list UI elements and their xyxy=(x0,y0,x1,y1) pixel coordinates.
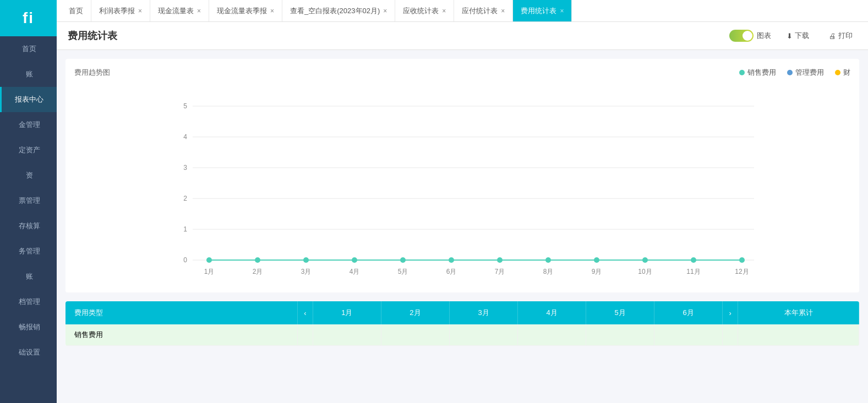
legend-dot-admin xyxy=(787,70,793,75)
chart-dot-12 xyxy=(739,257,745,263)
svg-text:2: 2 xyxy=(183,195,187,202)
table-cell-sales-feb xyxy=(381,324,449,346)
svg-text:3: 3 xyxy=(183,164,187,172)
svg-text:11月: 11月 xyxy=(686,268,700,275)
svg-text:7月: 7月 xyxy=(495,268,505,275)
chart-dot-4 xyxy=(352,257,357,263)
chart-dot-2 xyxy=(255,257,260,263)
svg-text:3月: 3月 xyxy=(301,268,312,275)
chart-dot-5 xyxy=(400,257,406,263)
table-cell-sales-nav2 xyxy=(723,324,738,346)
tab-close-cashflow-quarterly[interactable]: × xyxy=(270,7,274,15)
table-cell-sales-nav xyxy=(297,324,313,346)
chart-svg-wrap: 5 4 3 2 1 0 1月 2月 3月 4月 5月 6月 7月 8月 9月 xyxy=(74,84,850,284)
main-area: 首页 利润表季报 × 现金流量表 × 现金流量表季报 × 查看_空白报表(202… xyxy=(57,0,868,403)
legend-dot-finance xyxy=(835,70,840,75)
chart-header: 费用趋势图 销售费用 管理费用 财 xyxy=(74,68,850,78)
tab-blank-report[interactable]: 查看_空白报表(2023年02月) × xyxy=(282,0,395,22)
tab-close-blank-report[interactable]: × xyxy=(383,7,387,15)
legend-label-finance: 财 xyxy=(843,68,850,78)
legend-label-sales: 销售费用 xyxy=(747,68,776,78)
chart-dot-11 xyxy=(691,257,696,263)
table-cell-sales-mar xyxy=(449,324,517,346)
svg-text:9月: 9月 xyxy=(592,268,602,275)
chart-legend: 销售费用 管理费用 财 xyxy=(739,68,850,78)
print-button[interactable]: 🖨 打印 xyxy=(825,29,857,43)
tab-close-profit-quarterly[interactable]: × xyxy=(138,7,142,15)
tab-payable[interactable]: 应付统计表 × xyxy=(454,0,513,22)
sidebar-item-ledger[interactable]: 账 xyxy=(0,264,57,289)
svg-text:10月: 10月 xyxy=(638,268,652,275)
table-header-jun: 6月 xyxy=(654,301,723,324)
sidebar-item-capital[interactable]: 资 xyxy=(0,163,57,188)
content-area: 费用趋势图 销售费用 管理费用 财 xyxy=(57,50,868,403)
chart-toggle-wrap[interactable]: 图表 xyxy=(729,30,771,42)
sidebar-item-reports[interactable]: 报表中心 xyxy=(0,87,57,112)
sidebar-logo: fi xyxy=(0,0,57,36)
tab-home[interactable]: 首页 xyxy=(61,0,91,22)
table-header-type: 费用类型 xyxy=(65,301,297,324)
legend-dot-sales xyxy=(739,70,745,75)
chart-dot-8 xyxy=(545,257,551,263)
download-button[interactable]: ⬇ 下载 xyxy=(782,29,814,43)
tab-close-payable[interactable]: × xyxy=(501,7,505,15)
table-cell-sales-apr xyxy=(518,324,586,346)
chart-card: 费用趋势图 销售费用 管理费用 财 xyxy=(65,59,859,292)
print-label: 打印 xyxy=(838,31,853,41)
tab-close-receivable[interactable]: × xyxy=(442,7,446,15)
tab-cashflow[interactable]: 现金流量表 × xyxy=(150,0,209,22)
tab-bar: 首页 利润表季报 × 现金流量表 × 现金流量表季报 × 查看_空白报表(202… xyxy=(57,0,868,22)
sidebar-item-business[interactable]: 务管理 xyxy=(0,239,57,264)
sidebar-item-archive[interactable]: 档管理 xyxy=(0,289,57,314)
table-row-sales: 销售费用 xyxy=(65,324,859,346)
sidebar-item-expense[interactable]: 畅报销 xyxy=(0,314,57,340)
download-icon: ⬇ xyxy=(787,32,793,40)
data-table: 费用类型 ‹ 1月 2月 3月 4月 5月 6月 › 本年累计 销售费用 xyxy=(65,301,859,346)
table-nav-next[interactable]: › xyxy=(723,301,738,324)
toggle-label: 图表 xyxy=(757,31,771,41)
page-header: 费用统计表 图表 ⬇ 下载 🖨 打印 xyxy=(57,22,868,50)
sidebar-item-settings[interactable]: 础设置 xyxy=(0,340,57,365)
tab-receivable[interactable]: 应收统计表 × xyxy=(395,0,454,22)
chart-dot-9 xyxy=(594,257,599,263)
sidebar-item-inventory[interactable]: 存核算 xyxy=(0,213,57,239)
toggle-knob xyxy=(743,31,752,41)
download-label: 下载 xyxy=(795,31,809,41)
header-actions: 图表 ⬇ 下载 🖨 打印 xyxy=(729,29,857,43)
sidebar-item-account[interactable]: 账 xyxy=(0,62,57,87)
svg-text:1: 1 xyxy=(183,225,187,233)
tab-expenses[interactable]: 费用统计表 × xyxy=(513,0,572,22)
table-cell-sales-may xyxy=(586,324,654,346)
sidebar-item-home[interactable]: 首页 xyxy=(0,36,57,62)
svg-text:5月: 5月 xyxy=(398,268,408,275)
tab-profit-quarterly[interactable]: 利润表季报 × xyxy=(91,0,150,22)
print-icon: 🖨 xyxy=(829,32,836,40)
tab-cashflow-quarterly[interactable]: 现金流量表季报 × xyxy=(209,0,282,22)
svg-text:8月: 8月 xyxy=(543,268,554,275)
tab-close-expenses[interactable]: × xyxy=(560,7,564,15)
table-cell-sales-label: 销售费用 xyxy=(65,324,297,346)
legend-finance: 财 xyxy=(835,68,850,78)
table-header-mar: 3月 xyxy=(449,301,517,324)
sidebar: fi 首页 账 报表中心 金管理 定资产 资 票管理 存核算 务管理 账 档管理… xyxy=(0,0,57,403)
sidebar-item-assets[interactable]: 定资产 xyxy=(0,137,57,163)
sidebar-item-finance[interactable]: 金管理 xyxy=(0,112,57,137)
chart-dot-1 xyxy=(206,257,212,263)
table-header-apr: 4月 xyxy=(518,301,586,324)
chart-title: 费用趋势图 xyxy=(74,68,110,78)
svg-text:1月: 1月 xyxy=(204,268,215,275)
page-title: 费用统计表 xyxy=(68,29,117,42)
svg-text:0: 0 xyxy=(183,256,187,264)
legend-label-admin: 管理费用 xyxy=(795,68,824,78)
legend-sales: 销售费用 xyxy=(739,68,776,78)
chart-toggle-switch[interactable] xyxy=(729,30,754,42)
tab-close-cashflow[interactable]: × xyxy=(197,7,201,15)
chart-dot-10 xyxy=(642,257,648,263)
sidebar-item-invoice[interactable]: 票管理 xyxy=(0,188,57,213)
table-nav-prev[interactable]: ‹ xyxy=(297,301,313,324)
table-cell-sales-jan xyxy=(313,324,381,346)
legend-admin: 管理费用 xyxy=(787,68,824,78)
table-cell-sales-ytd xyxy=(738,324,859,346)
table-header-feb: 2月 xyxy=(381,301,449,324)
table-header-may: 5月 xyxy=(586,301,654,324)
